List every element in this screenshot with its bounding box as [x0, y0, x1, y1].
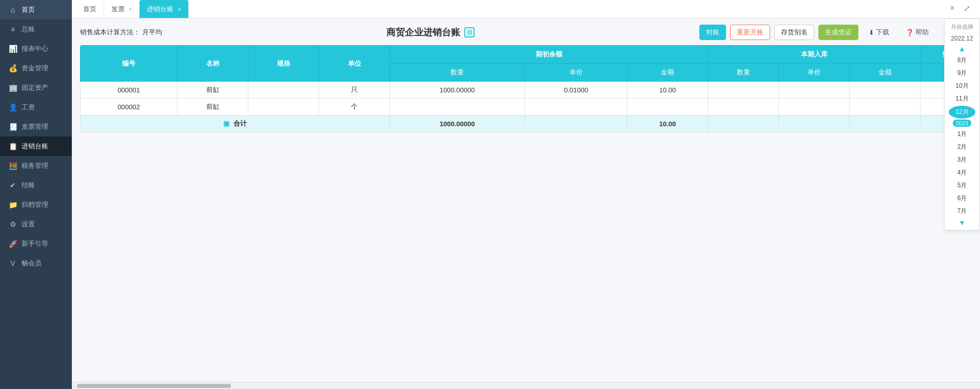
tab-home[interactable]: 首页: [76, 0, 104, 18]
save-alias-button[interactable]: 存货别名: [774, 25, 814, 40]
sidebar-item-funds[interactable]: 💰 资金管理: [0, 59, 72, 78]
cell-in-amount: [850, 82, 920, 99]
sidebar-item-settings[interactable]: ⚙ 设置: [0, 215, 72, 234]
cell-in-price: [779, 99, 850, 115]
help-button[interactable]: ❓ 帮助: [899, 25, 935, 40]
sidebar-item-reports[interactable]: 📊 报表中心: [0, 39, 72, 59]
sidebar-label-reports: 报表中心: [22, 44, 48, 53]
tab-purchase-sales[interactable]: 进销台账 ×: [140, 0, 188, 18]
month-item-4[interactable]: 4月: [945, 166, 979, 179]
sidebar-label-assets: 固定资产: [22, 83, 48, 92]
tab-invoice-close[interactable]: ×: [129, 6, 132, 12]
scroll-thumb[interactable]: [77, 384, 231, 388]
main-area: 首页 发票 × 进销台账 × × ⤢ 销售成本计算方法： 月平均 商贸企业进销台…: [72, 0, 980, 389]
current-year-label: 2022.12: [945, 33, 979, 44]
window-maximize-button[interactable]: ⤢: [962, 3, 972, 13]
month-item-5[interactable]: 5月: [945, 179, 979, 192]
sidebar-item-closing[interactable]: ✔ 结账: [0, 176, 72, 195]
month-picker-up-button[interactable]: ▲: [956, 45, 968, 53]
cell-name: 前缸: [178, 99, 248, 115]
horizontal-scrollbar[interactable]: [72, 382, 980, 389]
cost-method-label: 销售成本计算方法：: [80, 28, 140, 36]
sidebar-label-home: 首页: [22, 5, 35, 14]
sidebar-item-vip[interactable]: V 畅会员: [0, 254, 72, 273]
cell-in-amount: [850, 99, 920, 115]
help-icon: ❓: [906, 29, 914, 36]
sidebar-item-home[interactable]: ⌂ 首页: [0, 0, 72, 20]
tab-invoice[interactable]: 发票 ×: [104, 0, 140, 18]
sidebar-item-assets[interactable]: 🏢 固定资产: [0, 78, 72, 98]
reopen-button[interactable]: 重新开账: [730, 25, 770, 40]
sidebar-item-invoice-mgr[interactable]: 🧾 发票管理: [0, 117, 72, 137]
cell-number: 000001: [81, 82, 178, 99]
month-item-3[interactable]: 3月: [945, 153, 979, 166]
sidebar-item-archive[interactable]: 📁 归档管理: [0, 195, 72, 215]
guide-icon: 🚀: [8, 240, 17, 248]
cell-init-amount: [627, 99, 708, 115]
month-item-10[interactable]: 10月: [945, 80, 979, 92]
col-spec-header: 规格: [248, 46, 319, 82]
total-in-qty: [708, 115, 779, 132]
tax-icon: 🧮: [8, 162, 17, 170]
month-picker-down-button[interactable]: ▼: [956, 219, 968, 227]
col-name-header: 名称: [178, 46, 248, 82]
tab-purchase-sales-close[interactable]: ×: [178, 6, 181, 12]
download-button[interactable]: ⬇ 下载: [863, 25, 895, 40]
download-icon: ⬇: [869, 29, 874, 36]
page-title-area: 商贸企业进销台账 目: [386, 26, 475, 38]
month-item-11[interactable]: 11月: [945, 92, 979, 105]
sidebar-label-closing: 结账: [22, 181, 35, 190]
total-in-amount: [850, 115, 920, 132]
tab-bar: 首页 发票 × 进销台账 × × ⤢: [72, 0, 980, 18]
table-row: 000002 前缸 个: [81, 99, 972, 115]
sidebar-label-vip: 畅会员: [22, 259, 42, 268]
month-item-6[interactable]: 6月: [945, 192, 979, 205]
month-item-1[interactable]: 1月: [945, 128, 979, 141]
total-in-price: [779, 115, 850, 132]
col-init-qty-header: 数量: [390, 64, 525, 82]
year-badge: 2023: [953, 120, 971, 127]
reconcile-button[interactable]: 对账: [699, 25, 726, 40]
cell-spec: [248, 82, 319, 99]
cell-name: 前缸: [178, 82, 248, 99]
col-in-amount-header: 金额: [850, 64, 920, 82]
settings-icon: ⚙: [8, 220, 17, 228]
sidebar-item-ledger[interactable]: ≡ 总账: [0, 20, 72, 39]
page-title: 商贸企业进销台账: [386, 26, 460, 38]
col-in-qty-header: 数量: [708, 64, 779, 82]
sidebar-item-salary[interactable]: 👤 工资: [0, 98, 72, 117]
month-item-12[interactable]: 12月: [949, 106, 975, 119]
page-title-icon[interactable]: 目: [464, 27, 475, 37]
sidebar-label-settings: 设置: [22, 220, 35, 229]
sidebar-item-purchase-sales[interactable]: 📋 进销台账: [0, 137, 72, 156]
window-close-button[interactable]: ×: [947, 3, 957, 13]
month-picker-nav-down: ▼: [945, 218, 979, 228]
col-init-amount-header: 金额: [627, 64, 708, 82]
sidebar-label-archive: 归档管理: [22, 200, 48, 209]
total-icon: ▣: [223, 120, 229, 127]
cost-method: 销售成本计算方法： 月平均: [80, 28, 162, 37]
window-controls: × ⤢: [947, 3, 972, 13]
table-row: 000001 前缸 只 1000.00000 0.01000 10.00: [81, 82, 972, 99]
sidebar-label-guide: 新手引导: [22, 239, 48, 248]
total-init-amount: 10.00: [627, 115, 708, 132]
sidebar-label-ledger: 总账: [22, 25, 35, 34]
month-item-2[interactable]: 2月: [945, 141, 979, 153]
sidebar-label-funds: 资金管理: [22, 64, 48, 73]
col-number-header: 编号: [81, 46, 178, 82]
home-icon: ⌂: [8, 6, 17, 14]
generate-button[interactable]: 生成凭证: [818, 25, 858, 40]
sidebar-label-purchase-sales: 进销台账: [22, 142, 48, 151]
total-init-price: [525, 115, 628, 132]
month-item-7[interactable]: 7月: [945, 205, 979, 218]
cell-init-price: [525, 99, 628, 115]
salary-icon: 👤: [8, 103, 17, 111]
month-item-8[interactable]: 8月: [945, 54, 979, 67]
sidebar-item-guide[interactable]: 🚀 新手引导: [0, 234, 72, 254]
cell-init-price: 0.01000: [525, 82, 628, 99]
archive-icon: 📁: [8, 201, 17, 209]
main-table: 编号 名称 规格 单位 期初余额 本期入库 数 数量 单价 金额 数量 单价: [80, 45, 972, 132]
sidebar-item-tax[interactable]: 🧮 税务管理: [0, 156, 72, 176]
cell-init-amount: 10.00: [627, 82, 708, 99]
month-item-9[interactable]: 9月: [945, 67, 979, 80]
